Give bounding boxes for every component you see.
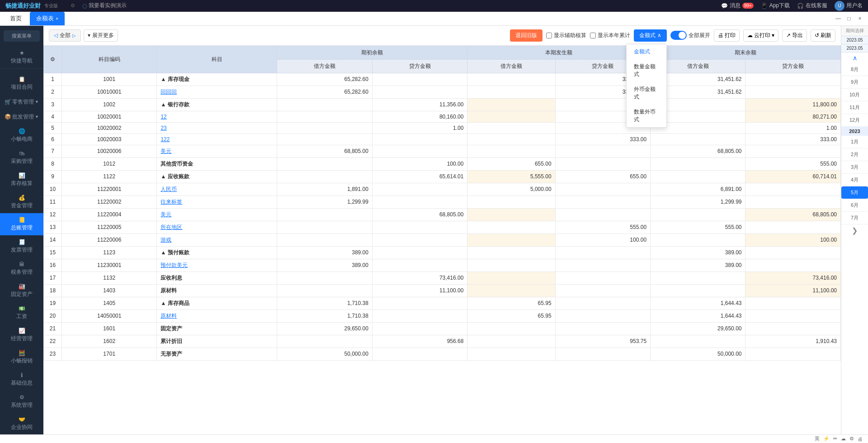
amount-type-btn[interactable]: 金额式 ∧ xyxy=(634,29,667,42)
table-cell-account-name[interactable]: 往来标签 xyxy=(157,195,277,208)
date-month-7[interactable]: 7月 xyxy=(841,212,868,224)
date-month-5[interactable]: 5月 xyxy=(841,186,868,199)
table-cell-account-name[interactable]: 美元 xyxy=(157,208,277,221)
date-month-11[interactable]: 11月 xyxy=(841,101,868,114)
show-aux-checkbox[interactable]: 显示辅助核算 xyxy=(546,32,586,39)
table-cell-cur-debit xyxy=(467,195,555,208)
show-year-checkbox[interactable]: 显示本年累计 xyxy=(590,32,630,39)
tab-home[interactable]: 首页 xyxy=(4,12,28,25)
date-month-6[interactable]: 6月 xyxy=(841,199,868,212)
table-cell-open-credit xyxy=(372,183,467,195)
print-btn[interactable]: 🖨 打印 xyxy=(714,29,740,42)
bottom-lightning-btn[interactable]: ⚡ xyxy=(823,436,830,442)
sidebar-item-purchase[interactable]: 🛍 采购管理 xyxy=(0,147,43,169)
date-month-1[interactable]: 1月 xyxy=(841,136,868,148)
table-cell-account-name[interactable]: 累计折旧 xyxy=(157,335,277,348)
date-month-3[interactable]: 3月 xyxy=(841,161,868,174)
table-cell-account-name[interactable]: 预付款美元 xyxy=(157,259,277,272)
table-cell-account-code: 1403 xyxy=(62,284,157,297)
window-min-btn[interactable]: — xyxy=(834,14,843,23)
table-cell-account-name[interactable]: 游戏 xyxy=(157,233,277,246)
bottom-settings-btn[interactable]: ⚙ xyxy=(849,436,854,442)
sidebar-item-project[interactable]: 📋 项目合同 xyxy=(0,72,43,95)
sidebar-item-wholesale[interactable]: 📦 批发管理 ▼ xyxy=(0,110,43,124)
bottom-lang-btn[interactable]: 英 xyxy=(815,435,820,442)
date-month-4[interactable]: 4月 xyxy=(841,174,868,186)
show-aux-input[interactable] xyxy=(546,33,552,38)
table-cell-account-name[interactable]: 应收利息 xyxy=(157,272,277,284)
sidebar-item-asset[interactable]: 🏭 固定资产 xyxy=(0,280,43,302)
bottom-edit-btn[interactable]: ✏ xyxy=(833,436,837,442)
table-cell-account-name[interactable]: 原材料 xyxy=(157,284,277,297)
sidebar-item-tax[interactable]: 🏛 税务管理 xyxy=(0,257,43,280)
sidebar-quick-nav[interactable]: ★ 快捷导航 xyxy=(0,46,43,69)
user-menu-btn[interactable]: U 用户名 xyxy=(835,1,863,11)
table-cell-account-name[interactable]: 无形资产 xyxy=(157,348,277,360)
config-icon[interactable]: ⚙ xyxy=(71,3,75,9)
table-cell-account-name[interactable]: ▲ 应收账款 xyxy=(157,170,277,183)
date-collapse-btn[interactable]: ❯ xyxy=(852,226,858,235)
export-btn[interactable]: ↗ 导出 xyxy=(782,29,807,42)
show-year-input[interactable] xyxy=(590,33,596,38)
sidebar-item-ecommerce[interactable]: 🌐 小畅电商 xyxy=(0,124,43,147)
table-cell-account-name[interactable]: 人民币 xyxy=(157,183,277,195)
app-download-btn[interactable]: 📱 App下载 xyxy=(761,2,790,10)
table-cell-account-name[interactable]: 所在地区 xyxy=(157,221,277,233)
search-menu-btn[interactable]: 搜索菜单 xyxy=(4,30,40,42)
window-close-btn[interactable]: × xyxy=(855,14,864,23)
table-cell-account-name[interactable]: ▲ 银行存款 xyxy=(157,98,277,111)
tab-close-btn[interactable]: × xyxy=(56,16,58,21)
table-cell-account-name[interactable]: 原材料 xyxy=(157,310,277,322)
dropdown-item-amount[interactable]: 金额式 xyxy=(627,44,666,59)
date-up-btn[interactable]: ∧ xyxy=(853,54,857,62)
date-month-9[interactable]: 9月 xyxy=(841,76,868,89)
table-cell-account-name[interactable]: 回回回 xyxy=(157,86,277,98)
table-cell-account-name[interactable]: ▲ 库存商品 xyxy=(157,297,277,310)
window-max-btn[interactable]: □ xyxy=(844,14,854,23)
table-cell-account-name[interactable]: 美元 xyxy=(157,145,277,157)
dropdown-item-qty-amount[interactable]: 数量金额式 xyxy=(627,59,666,82)
sidebar-item-basic[interactable]: ℹ 基础信息 xyxy=(0,368,43,391)
table-cell-open-credit: 73,416.00 xyxy=(372,272,467,284)
sidebar-item-retail[interactable]: 🛒 零售管理 ▼ xyxy=(0,95,43,110)
table-cell-account-name[interactable]: 12 xyxy=(157,111,277,122)
table-cell-account-code: 1012 xyxy=(62,157,157,170)
dropdown-item-foreign-amount[interactable]: 外币金额式 xyxy=(627,82,666,105)
return-old-btn[interactable]: 退回旧版 xyxy=(510,29,542,42)
expand-all-toggle[interactable] xyxy=(670,31,687,40)
cloud-print-btn[interactable]: ☁ 云打印 ▾ xyxy=(743,29,778,42)
date-month-10[interactable]: 10月 xyxy=(841,89,868,101)
system-icon: ⚙ xyxy=(19,394,24,400)
date-month-8[interactable]: 8月 xyxy=(841,63,868,76)
bottom-print-btn[interactable]: 🖨 xyxy=(858,436,863,442)
sidebar-item-accounting[interactable]: 📒 总账管理 xyxy=(0,213,43,235)
table-cell-account-name[interactable]: 23 xyxy=(157,122,277,133)
th-settings[interactable]: ⚙ xyxy=(44,46,62,73)
online-support-btn[interactable]: 🎧 在线客服 xyxy=(797,2,827,10)
sidebar-item-salary[interactable]: 💵 工资 xyxy=(0,302,43,324)
filter-btn[interactable]: ◁ 全部 ▷ xyxy=(49,29,81,42)
table-cell-account-name[interactable]: ▲ 库存现金 xyxy=(157,73,277,86)
sidebar-item-system[interactable]: ⚙ 系统管理 xyxy=(0,391,43,413)
table-cell-account-name[interactable]: ▲ 预付账款 xyxy=(157,246,277,259)
message-btn[interactable]: 💬 消息 99+ xyxy=(721,2,754,10)
sidebar-item-finance[interactable]: 💰 资金管理 xyxy=(0,191,43,213)
refresh-btn[interactable]: ↺ 刷新 xyxy=(811,29,835,42)
expand-more-btn[interactable]: ▾ 展开更多 xyxy=(84,29,118,42)
table-cell-account-name[interactable]: 其他货币资金 xyxy=(157,157,277,170)
sidebar-item-inventory[interactable]: 📊 库存核算 xyxy=(0,169,43,191)
table-cell-account-name[interactable]: 固定资产 xyxy=(157,322,277,335)
demo-link[interactable]: ◌ 我要看实例演示 xyxy=(82,2,127,10)
table-settings-icon[interactable]: ⚙ xyxy=(50,56,55,62)
date-month-12[interactable]: 12月 xyxy=(841,114,868,127)
sidebar-item-operation[interactable]: 📈 经营管理 xyxy=(0,324,43,346)
table-cell-account-name[interactable]: 122 xyxy=(157,133,277,145)
sidebar-item-invoice[interactable]: 🧾 发票管理 xyxy=(0,235,43,257)
sidebar-item-sales[interactable]: 🧮 小畅报销 xyxy=(0,346,43,368)
table-cell-close-debit: 50,000.00 xyxy=(651,348,745,360)
sidebar-item-cooperation[interactable]: 🤝 企业协同 xyxy=(0,413,43,434)
dropdown-item-qty-foreign[interactable]: 数量外币式 xyxy=(627,105,666,127)
date-month-2[interactable]: 2月 xyxy=(841,148,868,161)
bottom-cloud-btn[interactable]: ☁ xyxy=(841,436,846,442)
tab-balance[interactable]: 余额表 × xyxy=(30,12,65,25)
